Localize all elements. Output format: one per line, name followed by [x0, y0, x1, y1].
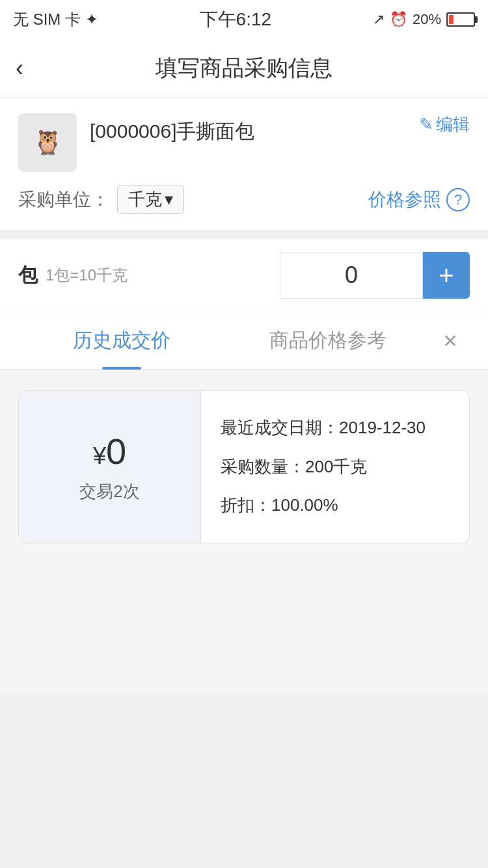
product-top: 🦉 [0000006]手撕面包 ✎ 编辑	[18, 113, 470, 172]
unit-value: 千克	[128, 188, 162, 211]
battery-percent: 20%	[413, 11, 441, 28]
edit-icon: ✎	[419, 115, 433, 135]
page-title: 填写商品采购信息	[156, 53, 332, 83]
history-trades-count: 交易2次	[79, 480, 139, 503]
tab-product-label: 商品价格参考	[269, 327, 386, 354]
quantity-row: 包 1包=10千克 +	[0, 239, 488, 312]
unit-select[interactable]: 千克 ▾	[117, 185, 184, 214]
price-reference-button[interactable]: 价格参照 ?	[368, 187, 470, 212]
history-discount-label: 折扣：	[221, 495, 271, 515]
history-discount-value: 100.00%	[271, 495, 338, 515]
product-card: 🦉 [0000006]手撕面包 ✎ 编辑 采购单位： 千克 ▾ 价格参照 ?	[0, 98, 488, 230]
status-right: ↗ ⏰ 20%	[373, 11, 475, 28]
battery-fill	[449, 15, 454, 24]
status-left: 无 SIM 卡 ✦	[13, 9, 98, 30]
quantity-control: +	[280, 252, 470, 299]
page-header: ‹ 填写商品采购信息	[0, 39, 488, 98]
help-icon: ?	[446, 188, 470, 211]
history-date-item: 最近成交日期：2019-12-30	[221, 414, 450, 442]
tab-history-price[interactable]: 历史成交价	[18, 312, 224, 370]
history-qty-item: 采购数量：200千克	[221, 454, 450, 481]
price-ref-label: 价格参照	[368, 187, 441, 212]
product-image-placeholder: 🦉	[33, 129, 62, 156]
currency-symbol: ¥	[93, 442, 106, 469]
quantity-unit-label: 包 1包=10千克	[18, 262, 128, 289]
product-thumbnail: 🦉	[18, 113, 77, 172]
tabs-container: 历史成交价 商品价格参考 ×	[0, 312, 488, 370]
edit-label: 编辑	[436, 113, 470, 136]
tabs-close-button[interactable]: ×	[431, 321, 470, 360]
battery-icon	[446, 12, 475, 27]
status-time: 下午6:12	[200, 7, 272, 32]
history-price-display: ¥0	[93, 430, 126, 472]
history-qty-value: 200千克	[305, 457, 367, 476]
tab-product-price[interactable]: 商品价格参考	[224, 312, 431, 370]
history-discount-item: 折扣：100.00%	[221, 492, 450, 519]
history-card: ¥0 交易2次 最近成交日期：2019-12-30 采购数量：200千克 折扣：…	[18, 390, 470, 543]
unit-hint-text: 1包=10千克	[46, 265, 128, 286]
product-info: 🦉 [0000006]手撕面包	[18, 113, 254, 172]
history-right-panel: 最近成交日期：2019-12-30 采购数量：200千克 折扣：100.00%	[201, 391, 469, 543]
location-icon: ↗	[373, 11, 385, 28]
unit-box-label: 包	[18, 262, 38, 289]
product-name: [0000006]手撕面包	[90, 118, 254, 145]
dropdown-arrow-icon: ▾	[165, 189, 173, 210]
quantity-input[interactable]	[280, 252, 423, 299]
quantity-plus-button[interactable]: +	[423, 252, 470, 299]
sim-signal: 无 SIM 卡 ✦	[13, 9, 98, 30]
back-button[interactable]: ‹	[16, 55, 23, 82]
history-left-panel: ¥0 交易2次	[19, 391, 201, 543]
history-qty-label: 采购数量：	[221, 457, 305, 476]
status-bar: 无 SIM 卡 ✦ 下午6:12 ↗ ⏰ 20%	[0, 0, 488, 39]
unit-row: 采购单位： 千克 ▾	[18, 185, 184, 214]
plus-icon: +	[439, 261, 454, 290]
history-date-label: 最近成交日期：	[221, 418, 339, 437]
history-price-value: 0	[106, 431, 126, 472]
edit-button[interactable]: ✎ 编辑	[419, 113, 470, 136]
product-bottom: 采购单位： 千克 ▾ 价格参照 ?	[18, 185, 470, 214]
divider	[0, 231, 488, 239]
alarm-icon: ⏰	[390, 11, 407, 28]
tab-history-label: 历史成交价	[73, 327, 170, 354]
history-date-value: 2019-12-30	[339, 418, 426, 437]
unit-label-text: 采购单位：	[18, 187, 109, 212]
content-area: ¥0 交易2次 最近成交日期：2019-12-30 采购数量：200千克 折扣：…	[0, 370, 488, 695]
